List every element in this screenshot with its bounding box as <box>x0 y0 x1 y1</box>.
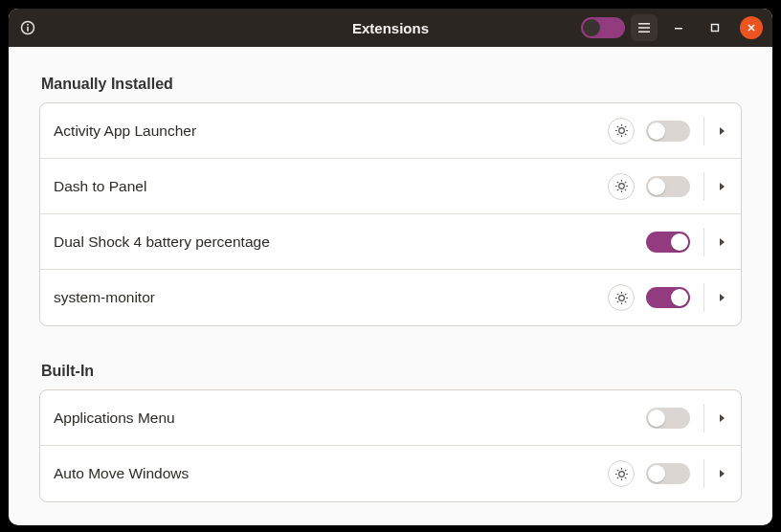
svg-rect-1 <box>27 27 29 32</box>
chevron-right-icon <box>719 182 726 191</box>
expand-button[interactable] <box>718 413 727 423</box>
manual-extensions-list: Activity App Launcher Dash to Panel <box>39 102 742 326</box>
svg-rect-6 <box>675 28 682 30</box>
expand-button[interactable] <box>718 126 727 136</box>
extension-toggle[interactable] <box>646 121 690 142</box>
extension-name: system-monitor <box>54 289 608 306</box>
gear-icon <box>614 123 629 138</box>
chevron-right-icon <box>719 469 726 478</box>
menu-button[interactable] <box>631 14 658 41</box>
chevron-right-icon <box>719 293 726 302</box>
extension-name: Dual Shock 4 battery percentage <box>54 233 646 251</box>
content-area: Manually Installed Activity App Launcher… <box>9 47 772 525</box>
chevron-right-icon <box>719 413 726 423</box>
extension-row: system-monitor <box>40 270 741 325</box>
maximize-button[interactable] <box>703 16 726 39</box>
extension-toggle[interactable] <box>646 176 690 197</box>
section-title-builtin: Built-In <box>41 363 742 380</box>
minimize-button[interactable] <box>667 16 690 39</box>
settings-button[interactable] <box>608 173 635 200</box>
extension-row: Dash to Panel <box>40 159 741 214</box>
extension-toggle[interactable] <box>646 463 690 484</box>
expand-button[interactable] <box>718 237 727 247</box>
svg-rect-3 <box>638 23 650 25</box>
extension-name: Applications Menu <box>54 410 646 427</box>
gear-icon <box>614 467 629 481</box>
settings-button[interactable] <box>608 460 635 487</box>
extension-name: Auto Move Windows <box>54 465 608 482</box>
global-extensions-toggle[interactable] <box>581 17 625 38</box>
gear-icon <box>614 179 629 193</box>
gear-icon <box>614 291 629 305</box>
expand-button[interactable] <box>718 182 727 191</box>
svg-rect-4 <box>638 27 650 29</box>
expand-button[interactable] <box>718 469 727 478</box>
extensions-window: Extensions Manually Installed Activity A… <box>9 9 772 525</box>
chevron-right-icon <box>719 237 726 247</box>
extension-toggle[interactable] <box>646 287 690 308</box>
svg-rect-5 <box>638 31 650 33</box>
extension-name: Dash to Panel <box>54 178 608 195</box>
svg-rect-7 <box>712 25 719 32</box>
extension-name: Activity App Launcher <box>54 122 608 140</box>
builtin-extensions-list: Applications Menu Auto Move Windows <box>39 389 742 502</box>
settings-button[interactable] <box>608 284 635 311</box>
expand-button[interactable] <box>718 293 727 302</box>
extension-toggle[interactable] <box>646 232 690 253</box>
extension-row: Auto Move Windows <box>40 446 741 501</box>
extension-row: Dual Shock 4 battery percentage <box>40 214 741 270</box>
settings-button[interactable] <box>608 118 635 144</box>
window-title: Extensions <box>352 20 429 36</box>
extension-row: Applications Menu <box>40 390 741 446</box>
close-button[interactable] <box>740 16 763 39</box>
extension-row: Activity App Launcher <box>40 103 741 159</box>
chevron-right-icon <box>719 126 726 136</box>
about-button[interactable] <box>14 14 41 41</box>
titlebar: Extensions <box>9 9 772 47</box>
section-title-manual: Manually Installed <box>41 76 742 93</box>
svg-rect-2 <box>27 24 29 26</box>
extension-toggle[interactable] <box>646 408 690 429</box>
